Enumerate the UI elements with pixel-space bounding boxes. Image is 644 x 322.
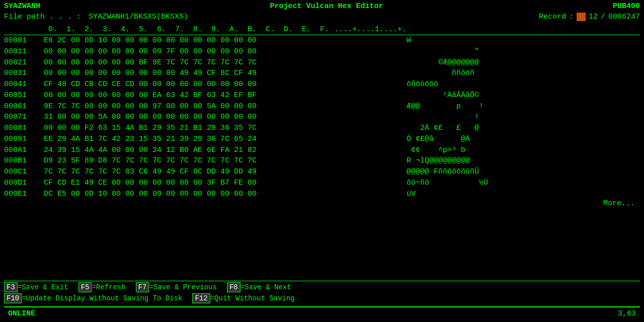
key-combo: F12=Quit Without Saving — [192, 293, 294, 303]
key-box[interactable]: F5 — [78, 282, 92, 292]
key-label: =Update Display Without Saving To Disk — [22, 294, 182, 302]
key-label: =Refresh — [92, 283, 125, 291]
row-ascii: 2Ä ¢£ £ @ — [401, 123, 479, 134]
row-ascii: @@@@@ FññōōōñūñŨ — [401, 167, 479, 178]
row-ascii: ōò÷ñó ½Ú — [401, 178, 488, 189]
row-hex: 9E 7C 7C 00 00 00 00 00 97 00 00 00 5A 0… — [39, 101, 401, 112]
row-address: 00001 — [4, 35, 39, 46]
row-address: 000E1 — [4, 189, 39, 200]
row-ascii: ! — [401, 112, 479, 123]
row-hex: 00 00 00 00 00 00 00 00 00 00 49 49 CF 8… — [39, 68, 401, 79]
key-box[interactable]: F7 — [136, 282, 149, 292]
row-ascii: R ¬ĩQ@@@@@@@@@ — [401, 155, 470, 167]
table-row: 00011 00 00 00 00 00 00 00 00 00 7F 00 0… — [4, 46, 640, 57]
table-row: 000E1 DC E5 00 0D 10 00 00 00 00 00 00 0… — [4, 189, 640, 200]
key-combo: F3=Save & Exit — [4, 282, 68, 292]
key-combo: F5=Refresh — [78, 282, 126, 292]
record-label: Record — [539, 13, 566, 21]
key-box[interactable]: F8 — [227, 282, 240, 292]
table-row: 000A1 24 39 15 4A 4A 00 00 00 24 12 B0 A… — [4, 145, 640, 156]
table-row: 00001 E6 2C 00 0D 10 00 00 00 00 00 00 0… — [4, 35, 640, 46]
table-row: 00061 9E 7C 7C 00 00 00 00 00 97 00 00 0… — [4, 101, 640, 112]
key-label: =Quit Without Saving — [210, 294, 295, 302]
row-ascii: ōñōòōōō — [401, 79, 438, 90]
row-hex: DC E5 00 0D 10 00 00 00 00 00 00 00 00 0… — [39, 189, 401, 200]
row-ascii: üV — [401, 189, 416, 200]
table-row: 00051 00 00 00 00 00 00 00 00 EA 63 42 B… — [4, 90, 640, 101]
record-colon: : — [569, 13, 574, 21]
table-row: 00071 31 00 00 00 5A 00 00 00 00 00 00 0… — [4, 112, 640, 123]
row-hex: E6 2C 00 0D 10 00 00 00 00 00 00 00 00 0… — [39, 35, 401, 46]
row-address: 00041 — [4, 79, 39, 90]
table-row: 00081 00 00 00 F2 63 15 4A B1 29 35 21 B… — [4, 123, 640, 134]
file-label: File path . . . : — [4, 13, 81, 21]
row-ascii: " — [401, 46, 479, 57]
row-ascii: Ó ¢£@â @Á — [401, 134, 470, 145]
key-combo: F8=Save & Next — [227, 282, 291, 292]
file-path: SYAZWANH1/BKSXS(BKSXS) — [89, 13, 188, 21]
row-hex: 00 00 00 00 00 00 00 00 00 7F 00 00 00 0… — [39, 46, 401, 57]
row-address: 00091 — [4, 134, 39, 145]
row-ascii: W — [401, 35, 411, 46]
key-box[interactable]: F10 — [4, 293, 22, 303]
status-position: 3,63 — [618, 309, 636, 318]
username: SYAZWANH — [4, 2, 40, 11]
table-row: 00021 00 00 00 00 00 00 00 BF 9E 7C 7C 7… — [4, 57, 640, 68]
row-ascii: ²ÄâÂÄãÕ© — [401, 90, 479, 101]
row-ascii: ©Æ@@@@@@@ — [401, 57, 479, 68]
ascii-header: ....+....1....+. — [329, 25, 407, 34]
key-label: =Save & Next — [240, 283, 291, 291]
table-row: 000B1 D9 23 5F 89 D8 7C 7C 7C 7C 7C 7C 7… — [4, 155, 640, 167]
row-ascii: ññōōñ — [401, 68, 474, 79]
row-address: 000C1 — [4, 167, 39, 178]
row-address: 000B1 — [4, 155, 39, 167]
table-row: 000D1 CF CD E1 49 CE 00 00 00 00 00 00 0… — [4, 178, 640, 189]
row-hex: D9 23 5F 89 D8 7C 7C 7C 7C 7C 7C 7C 7C 7… — [39, 155, 401, 167]
table-row: 00091 EE 29 4A B1 7C 42 23 15 35 21 39 2… — [4, 134, 640, 145]
row-hex: 7C 7C 7C 7C 7C 7C 03 C6 49 49 CF 8C DD 4… — [39, 167, 401, 178]
record-input[interactable] — [577, 13, 586, 21]
row-hex: 00 00 00 F2 63 15 4A B1 29 35 21 B1 29 3… — [39, 123, 401, 134]
record-total: 0006247 — [608, 13, 640, 21]
row-hex: 00 00 00 00 00 00 00 BF 9E 7C 7C 7C 7C 7… — [39, 57, 401, 68]
row-hex: CF CD E1 49 CE 00 00 00 00 00 00 00 3F B… — [39, 178, 401, 189]
app-title: Project Vulcan Hex Editor — [270, 2, 383, 11]
table-row: 00031 00 00 00 00 00 00 00 00 00 00 49 4… — [4, 68, 640, 79]
row-hex: 24 39 15 4A 4A 00 00 00 24 12 B0 AE 6E F… — [39, 145, 401, 156]
hex-col-header: 0. 1. 2. 3. 4. 5. 6. 7. 8. 9. A. B. C. D… — [39, 25, 329, 34]
row-address: 000D1 — [4, 178, 39, 189]
record-current: 12 — [589, 13, 598, 21]
more-label: More... — [603, 199, 635, 208]
record-separator: / — [601, 13, 605, 21]
key-combo: F10=Update Display Without Saving To Dis… — [4, 293, 182, 303]
row-address: 00051 — [4, 90, 39, 101]
row-hex: 00 00 00 00 00 00 00 00 EA 63 42 BF 63 4… — [39, 90, 401, 101]
key-combo: F7=Save & Previous — [136, 282, 217, 292]
row-hex: EE 29 4A B1 7C 42 23 15 35 21 39 29 36 7… — [39, 134, 401, 145]
row-address: 000A1 — [4, 145, 39, 156]
key-label: =Save & Previous — [149, 283, 216, 291]
row-address: 00031 — [4, 68, 39, 79]
row-hex: CF 49 CD CB CD CE CD 00 00 00 00 00 00 0… — [39, 79, 401, 90]
row-address: 00061 — [4, 101, 39, 112]
row-address: 00011 — [4, 46, 39, 57]
row-ascii: ¢¢ ^p>³ b — [401, 145, 465, 156]
row-address: 00021 — [4, 57, 39, 68]
row-address: 00071 — [4, 112, 39, 123]
row-hex: 31 00 00 00 5A 00 00 00 00 00 00 00 00 0… — [39, 112, 401, 123]
key-box[interactable]: F3 — [4, 282, 18, 292]
status-online: ONLINE — [8, 309, 35, 318]
table-row: 000C1 7C 7C 7C 7C 7C 7C 03 C6 49 49 CF 8… — [4, 167, 640, 178]
system-id: PUB400 — [613, 2, 640, 11]
table-row: 00041 CF 49 CD CB CD CE CD 00 00 00 00 0… — [4, 79, 640, 90]
key-box[interactable]: F12 — [192, 293, 210, 303]
row-address: 00081 — [4, 123, 39, 134]
key-label: =Save & Exit — [18, 283, 68, 291]
row-ascii: Æ@@ p ! — [401, 101, 484, 112]
